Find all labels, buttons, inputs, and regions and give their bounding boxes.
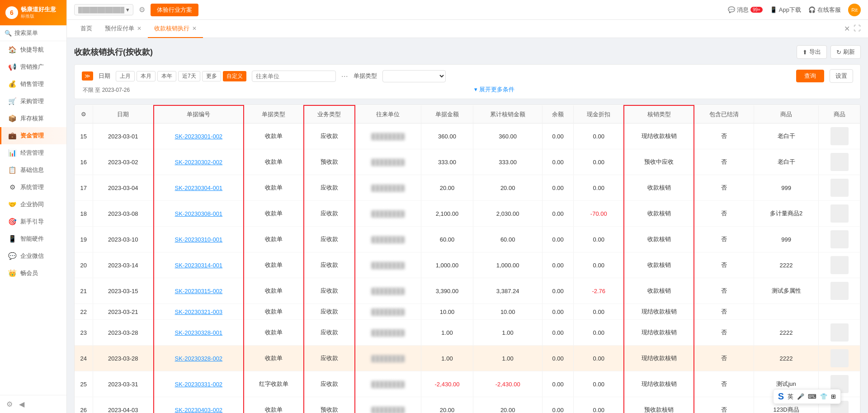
this-month-btn[interactable]: 本月 [137, 71, 156, 81]
sidebar-item-member[interactable]: 👑畅会员 [0, 265, 66, 282]
sidebar-item-inventory[interactable]: 📦库存核算 [0, 110, 66, 127]
bill-no-link[interactable]: SK-20230321-003 [175, 309, 223, 315]
cell-bill-type: 收款单 [244, 227, 304, 252]
app-download-label: App下载 [779, 6, 801, 14]
online-service-label: 在线客服 [817, 6, 841, 14]
sidebar-item-corp-wx[interactable]: 💬企业微信 [0, 247, 66, 265]
keyboard-icon[interactable]: ⌨ [808, 393, 816, 400]
search-menu-item[interactable]: 🔍 搜索菜单 [0, 25, 66, 41]
sidebar-item-purchase[interactable]: 🛒采购管理 [0, 93, 66, 110]
last-month-btn[interactable]: 上月 [116, 71, 135, 81]
bill-no-link[interactable]: SK-20230308-001 [175, 210, 223, 217]
cell-goods2 [819, 227, 860, 252]
counterparty-input[interactable] [252, 71, 336, 82]
date-range-display: 不限 至 2023-07-26 [83, 86, 130, 94]
cell-include-settled: 否 [694, 320, 754, 346]
cell-goods2 [819, 320, 860, 346]
business-label: 经营管理 [20, 149, 44, 157]
tab-prepay-label: 预付应付单 [105, 19, 134, 38]
cell-cash-discount: 0.00 [574, 397, 624, 413]
query-button[interactable]: 查询 [796, 70, 824, 82]
tab-actions: ✕ ⛶ [844, 24, 861, 33]
export-label: 导出 [809, 48, 821, 56]
bill-no-link[interactable]: SK-20230403-002 [175, 407, 223, 413]
bill-no-link[interactable]: SK-20230315-002 [175, 288, 223, 294]
cell-bill-no: SK-20230321-003 [154, 304, 244, 320]
sidebar-item-quick-nav[interactable]: 🏠快捷导航 [0, 41, 66, 58]
cell-cancel-type: 收款核销 [624, 227, 693, 252]
sidebar-item-beginner[interactable]: 🎯新手引导 [0, 213, 66, 230]
cell-date: 2023-03-15 [93, 278, 154, 304]
app-download-item[interactable]: 📱 App下载 [770, 6, 801, 14]
cell-cancel-type: 预收中应收 [624, 149, 693, 175]
filter-collapse-btn[interactable]: ≫ [82, 71, 93, 81]
sidebar-item-sales[interactable]: 💰销售管理 [0, 76, 66, 93]
sidebar-item-system[interactable]: ⚙系统管理 [0, 179, 66, 196]
export-icon: ⬆ [802, 49, 807, 56]
last-7days-btn[interactable]: 近7天 [178, 71, 200, 81]
refresh-button[interactable]: ↻ 刷新 [830, 45, 861, 59]
cell-cum-cancel: 2,030.00 [473, 201, 542, 227]
cell-biz-type: 应收款 [304, 227, 355, 252]
cell-include-settled: 否 [694, 227, 754, 252]
cell-bill-amount: 3,390.00 [421, 278, 473, 304]
cell-goods: 999 [754, 227, 818, 252]
settings-button[interactable]: 设置 [830, 69, 853, 83]
sidebar-item-finance[interactable]: 💼资金管理 [0, 127, 66, 144]
tab-close-icon[interactable]: ✕ [844, 24, 850, 33]
sidebar-item-basic-info[interactable]: 📋基础信息 [0, 161, 66, 179]
gear-icon[interactable]: ⚙ [139, 5, 145, 14]
cell-counterparty: ████████ [355, 320, 421, 346]
cell-bill-type: 收款单 [244, 149, 304, 175]
logo-icon: 6 [5, 6, 18, 19]
date-filter-label: 日期 [99, 72, 110, 80]
tab-home[interactable]: 首页 [74, 20, 99, 38]
bill-no-link[interactable]: SK-20230314-001 [175, 262, 223, 269]
expand-conditions-btn[interactable]: ▾ 展开更多条件 [474, 85, 514, 94]
app-icon: 📱 [770, 6, 777, 13]
bill-no-link[interactable]: SK-20230310-001 [175, 236, 223, 243]
tab-prepay-close[interactable]: ✕ [137, 19, 142, 38]
receipt-type-select[interactable] [382, 70, 446, 82]
tab-expand-icon[interactable]: ⛶ [854, 24, 861, 33]
tab-collection-close[interactable]: ✕ [192, 19, 197, 38]
cell-cum-cancel: 1.00 [473, 346, 542, 371]
industry-solution-button[interactable]: 体验行业方案 [151, 4, 198, 16]
cell-cum-cancel: 360.00 [473, 123, 542, 149]
user-avatar[interactable]: Rit [848, 4, 861, 16]
more-date-btn[interactable]: 更多 [202, 71, 221, 81]
custom-date-btn[interactable]: 自定义 [223, 71, 246, 81]
message-item[interactable]: 💬 消息 99+ [728, 6, 763, 14]
sidebar-item-business[interactable]: 📊经营管理 [0, 144, 66, 161]
counterparty-value: ████████ [371, 309, 405, 315]
sidebar-item-smart-hw[interactable]: 📱智能硬件 [0, 230, 66, 247]
tab-collection[interactable]: 收款核销执行 ✕ [148, 20, 203, 38]
cell-include-settled: 否 [694, 371, 754, 397]
th-cum-cancel: 累计核销金额 [473, 105, 542, 123]
mic-icon[interactable]: 🎤 [797, 393, 804, 400]
th-goods: 商品 [754, 105, 818, 123]
bill-no-link[interactable]: SK-20230301-002 [175, 133, 223, 140]
export-button[interactable]: ⬆ 导出 [797, 45, 827, 59]
bill-no-link[interactable]: SK-20230302-002 [175, 159, 223, 166]
bill-no-link[interactable]: SK-20230328-001 [175, 329, 223, 336]
bill-no-link[interactable]: SK-20230304-001 [175, 185, 223, 191]
sidebar-item-corp-coop[interactable]: 🤝企业协同 [0, 196, 66, 213]
online-service-item[interactable]: 🎧 在线客服 [808, 6, 841, 14]
cell-goods: 2222 [754, 320, 818, 346]
cell-cum-cancel: 1,000.00 [473, 252, 542, 278]
settings-icon[interactable]: ⚙ [6, 400, 13, 408]
this-year-btn[interactable]: 本年 [157, 71, 176, 81]
cell-counterparty: ████████ [355, 304, 421, 320]
sidebar-item-marketing[interactable]: 📢营销推广 [0, 58, 66, 76]
company-selector[interactable]: ████████████ ▾ [74, 4, 133, 15]
tab-prepay[interactable]: 预付应付单 ✕ [99, 20, 148, 38]
more-filters-dots[interactable]: ··· [341, 71, 348, 81]
bill-no-link[interactable]: SK-20230331-002 [175, 381, 223, 388]
cell-cancel-type: 收款核销 [624, 201, 693, 227]
cell-cash-discount: 0.00 [574, 227, 624, 252]
collapse-icon[interactable]: ◀ [19, 400, 24, 408]
user-name: Rit [851, 7, 857, 13]
bill-no-link[interactable]: SK-20230328-002 [175, 355, 223, 362]
th-date: 日期 [93, 105, 154, 123]
